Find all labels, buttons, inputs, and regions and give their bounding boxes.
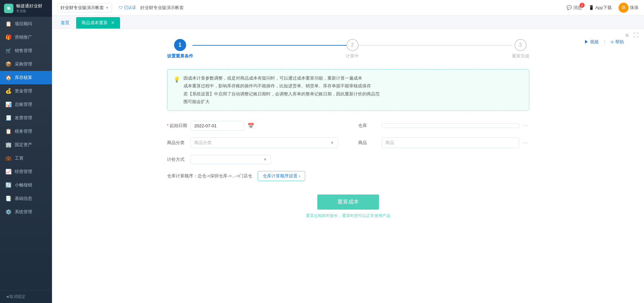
- product-input[interactable]: 商品: [382, 137, 520, 148]
- sidebar-item-system[interactable]: ⚙️ 系统管理: [0, 205, 52, 219]
- notice-line-3: 若【系统设置】中启用了自动调整记账日期时，会调整入库单的整单记账日期，因此重新计…: [183, 90, 380, 98]
- warehouse-order-settings-button[interactable]: 仓库计算顺序设置 ›: [258, 171, 305, 181]
- expense-icon: 🔄: [5, 182, 11, 188]
- marketing-icon: 🎁: [5, 34, 11, 40]
- pricing-label: 计价方式: [167, 157, 187, 163]
- app-download-label: App下载: [595, 5, 612, 11]
- step-3-num: 3: [519, 42, 522, 48]
- tab-home[interactable]: 首页: [55, 17, 75, 29]
- sidebar-item-tax[interactable]: 📋 税务管理: [0, 125, 52, 138]
- avatar-text: 珠: [622, 5, 626, 10]
- sidebar-header: 畅 畅捷通好业财 专业版: [0, 0, 52, 17]
- product-dots-button[interactable]: ···: [523, 140, 529, 146]
- unpin-label: ◄取消固定: [5, 294, 25, 300]
- sidebar-item-invoice[interactable]: 🧾 发票管理: [0, 111, 52, 125]
- sidebar-label-operations: 经营管理: [15, 169, 32, 175]
- tab-close-icon[interactable]: ✕: [111, 20, 115, 25]
- warehouse-row: 仓库 ···: [358, 121, 529, 131]
- step-3: 3 重算完成: [512, 39, 529, 59]
- warehouse-label: 仓库: [358, 123, 378, 129]
- warehouse-dots-button[interactable]: ···: [523, 123, 529, 129]
- sidebar-item-basic[interactable]: 📑 基础信息: [0, 192, 52, 205]
- user-avatar: 珠: [619, 3, 629, 13]
- sidebar-label-project: 项目顾问: [15, 21, 32, 27]
- sidebar-label-sales: 销售管理: [15, 48, 32, 54]
- invoice-icon: 🧾: [5, 115, 11, 121]
- help-links: ▶ 视频 | ⊙ 帮助: [584, 39, 624, 45]
- logo-text: 畅: [7, 6, 10, 11]
- step-1: 1 设置重算条件: [167, 39, 193, 59]
- sidebar-label-invoice: 发票管理: [15, 115, 32, 121]
- expand-window-button[interactable]: ⛶: [633, 32, 639, 39]
- user-profile[interactable]: 珠 珠珠: [619, 3, 639, 13]
- start-date-input[interactable]: [191, 121, 244, 131]
- inventory-icon: 🏠: [5, 75, 11, 81]
- category-row: 商品分类 商品分类 ▼: [167, 137, 338, 148]
- window-controls: ✕ ⛶: [625, 32, 639, 39]
- capital-icon: 💰: [5, 88, 11, 94]
- sidebar-item-capital[interactable]: 💰 资金管理: [0, 84, 52, 98]
- help-link[interactable]: ⊙ 帮助: [610, 39, 624, 45]
- step-3-label: 重算完成: [512, 53, 529, 59]
- message-icon: 💬: [567, 5, 572, 10]
- pricing-method-row: 计价方式 ▼: [167, 155, 529, 164]
- submit-area: 重算成本 重算过程耗时较长，重算时您可以正常使用产品: [167, 191, 529, 219]
- video-help-link[interactable]: ▶ 视频: [584, 39, 599, 45]
- salary-icon: 💼: [5, 155, 11, 161]
- system-icon: ⚙️: [5, 209, 11, 215]
- sidebar-item-operations[interactable]: 📈 经营管理: [0, 165, 52, 178]
- message-badge: 1: [580, 3, 585, 8]
- step-1-label: 设置重算条件: [167, 53, 193, 59]
- warehouse-order-row: 仓库计算顺序：总仓->深圳仓库->...->门店仓 仓库计算顺序设置 ›: [167, 171, 529, 181]
- app-download-button[interactable]: 📱 App下载: [589, 5, 612, 11]
- tab-recalc-label: 商品成本重算: [82, 20, 108, 25]
- shield-icon: 🛡: [119, 5, 123, 10]
- sidebar-label-inventory: 库存核算: [15, 75, 32, 81]
- sidebar-item-accounting[interactable]: 📊 总账管理: [0, 98, 52, 111]
- warehouse-order-btn-label: 仓库计算顺序设置 ›: [263, 173, 300, 179]
- chevron-down-icon: ▼: [105, 6, 109, 10]
- sidebar-item-marketing[interactable]: 🎁 营销推广: [0, 31, 52, 44]
- tab-home-label: 首页: [61, 20, 69, 25]
- sidebar-label-tax: 税务管理: [15, 128, 32, 134]
- verified-badge: 🛡 已认证: [119, 5, 136, 10]
- category-chevron-icon: ▼: [330, 140, 334, 145]
- sidebar-item-expense[interactable]: 🔄 小畅报销: [0, 178, 52, 192]
- sidebar-item-assets[interactable]: 🏢 固定资产: [0, 138, 52, 152]
- sidebar-item-purchase[interactable]: 📦 采购管理: [0, 57, 52, 71]
- step-2: 2 计算中: [346, 39, 359, 59]
- category-select[interactable]: 商品分类 ▼: [191, 137, 338, 148]
- calendar-icon[interactable]: 📅: [248, 123, 254, 129]
- step-1-circle: 1: [174, 39, 186, 51]
- step-3-circle: 3: [515, 39, 527, 51]
- operations-icon: 📈: [5, 169, 11, 175]
- step-2-circle: 2: [346, 39, 359, 51]
- sidebar-item-salary[interactable]: 💼 工资: [0, 152, 52, 165]
- sidebar-label-expense: 小畅报销: [15, 182, 32, 188]
- page-content: ✕ ⛶ ▶ 视频 | ⊙ 帮助 1 设置重算条件: [52, 29, 644, 303]
- account-selector[interactable]: 好业财专业版演示帐套 ▼: [57, 3, 112, 12]
- sidebar-item-inventory[interactable]: 🏠 库存核算: [0, 71, 52, 84]
- pricing-select[interactable]: ▼: [191, 155, 271, 164]
- mobile-icon: 📱: [589, 5, 594, 10]
- sidebar-label-system: 系统管理: [15, 209, 32, 215]
- project-icon: 📋: [5, 21, 11, 27]
- recalculate-button[interactable]: 重算成本: [317, 194, 379, 210]
- step-2-num: 2: [351, 42, 354, 48]
- close-window-button[interactable]: ✕: [625, 32, 629, 39]
- category-label: 商品分类: [167, 140, 187, 146]
- category-placeholder: 商品分类: [194, 140, 212, 146]
- notice-line-1: 因成本计算参数调整，或是对商品成本有疑问时，可以通过成本重算功能，重新计算一遍成…: [183, 74, 380, 82]
- sidebar-item-sales[interactable]: 🛒 销售管理: [0, 44, 52, 57]
- warehouse-input[interactable]: [382, 123, 520, 128]
- product-label: 商品: [358, 140, 378, 146]
- message-button[interactable]: 💬 1 消息: [567, 5, 582, 11]
- tab-recalc[interactable]: 商品成本重算 ✕: [76, 17, 120, 29]
- step-line-2: [358, 45, 513, 46]
- sidebar-label-accounting: 总账管理: [15, 101, 32, 107]
- warehouse-order-text: 仓库计算顺序：总仓->深圳仓库->...->门店仓: [167, 173, 253, 179]
- recalc-hint: 重算过程耗时较长，重算时您可以正常使用产品: [167, 213, 529, 219]
- sidebar-pin-toggle[interactable]: ◄取消固定: [0, 290, 52, 303]
- sidebar-label-salary: 工资: [15, 155, 23, 161]
- sidebar-item-project[interactable]: 📋 项目顾问: [0, 17, 52, 31]
